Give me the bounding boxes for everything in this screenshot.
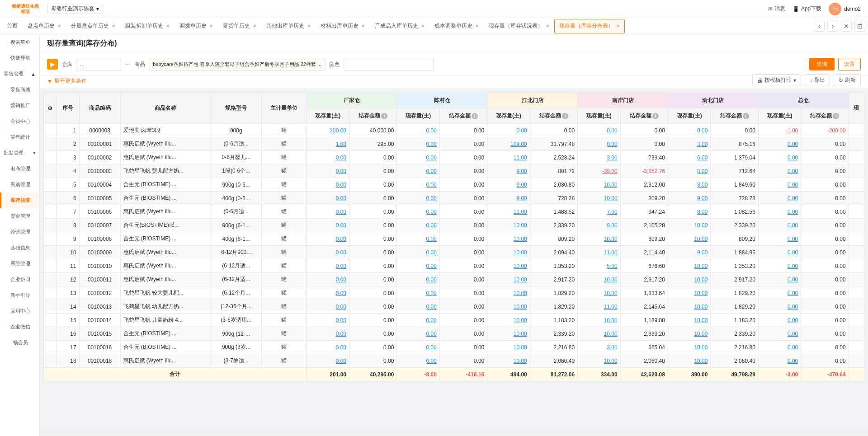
filter-toggle-btn[interactable]: ▶	[47, 59, 58, 70]
chevron-down-icon: ▾	[96, 6, 99, 12]
close-icon[interactable]: ✕	[166, 23, 170, 28]
tab-stock-distribution[interactable]: 现存量（库存分布表） ✕	[554, 19, 625, 33]
setting-btn[interactable]: 设置	[838, 58, 861, 70]
tab-material-out[interactable]: 材料出库单历史 ✕	[316, 19, 370, 33]
app-download-btn[interactable]: 📱 App下载	[793, 5, 821, 13]
page-title: 现存量查询(库存分布)	[47, 39, 861, 48]
refresh-icon: ↻	[839, 77, 843, 84]
export-btn[interactable]: ↓ 导出	[805, 74, 830, 86]
tab-next-btn[interactable]: ›	[827, 21, 838, 32]
page-header: 现存量查询(库存分布) 🖨 按模板打印 ▾ ↓ 导出 ↻ 刷新	[40, 34, 868, 53]
sidebar-item-operations[interactable]: 经营管理	[0, 224, 39, 240]
logo-text: 畅捷通好生意	[12, 4, 39, 9]
tab-transfer[interactable]: 调拨单历史 ✕	[175, 19, 218, 33]
table-container[interactable]: ⚙ 序号 商品编码 商品名称 规格型号 主计量单位 厂家仓 陈村仓 江北门店 南…	[40, 89, 868, 431]
summary-yubeimen-qty: 390.00	[668, 368, 710, 381]
tab-nav-controls: ‹ › ✕ ⊡	[813, 21, 866, 32]
print-btn[interactable]: 🖨 按模板打印 ▾	[752, 74, 801, 86]
chevron-down-icon: ▾	[793, 77, 796, 84]
top-bar: 畅捷通好生意 标版 母婴行业演示陈套 ▾ ✉ 消息 📱 App下载 Ea dem…	[0, 0, 868, 18]
sidebar-item-member[interactable]: 会员中心	[0, 113, 39, 129]
th-jiangbei-qty: 现存量(主)	[487, 108, 530, 124]
tab-other-outbound[interactable]: 其他出库单历史 ✕	[261, 19, 316, 33]
th-unit: 主计量单位	[261, 93, 307, 124]
tab-home-label: 首页	[7, 22, 18, 30]
sidebar-item-wechat-work[interactable]: 企业微信	[0, 319, 39, 335]
main-layout: 搜索英单 快捷导航 零售管理▲ 零售商城 营销推广 会员中心 零售统计 批发管理…	[0, 34, 868, 436]
sidebar-item-enterprise-collab[interactable]: 企业协同	[0, 272, 39, 287]
factory-amt-info-icon[interactable]: i	[381, 113, 387, 119]
th-factory: 厂家仓	[307, 93, 397, 108]
warehouse-input[interactable]	[76, 58, 121, 70]
sidebar-item-system[interactable]: 系统管理	[0, 256, 39, 272]
tab-product-in[interactable]: 产成品入库单历史 ✕	[370, 19, 429, 33]
goods-value[interactable]: babycare孕妇待产包 春季入院全套母子组合孕妇产后冬季月子用品 22件套 …	[149, 58, 326, 70]
tab-prev-btn[interactable]: ‹	[814, 21, 825, 32]
expand-conditions-btn[interactable]: ▼ 展开更多条件	[47, 77, 87, 85]
tab-order[interactable]: 要货单历史 ✕	[218, 19, 261, 33]
close-icon[interactable]: ✕	[253, 23, 256, 28]
color-input[interactable]	[344, 58, 434, 70]
total-amt-info-icon[interactable]: i	[833, 113, 839, 119]
horizontal-scrollbar[interactable]	[40, 431, 868, 436]
tab-inventory-count[interactable]: 盘点单历史 ✕	[23, 19, 66, 33]
tab-home[interactable]: 首页	[2, 19, 23, 33]
close-icon[interactable]: ✕	[112, 23, 115, 28]
summary-nanan-qty: 334.00	[578, 368, 620, 381]
tab-label: 组装拆卸单历史	[125, 22, 163, 30]
tab-assembly[interactable]: 组装拆卸单历史 ✕	[120, 19, 175, 33]
refresh-btn[interactable]: ↻ 刷新	[834, 74, 861, 86]
sidebar-item-ecommerce[interactable]: 电商管理	[0, 161, 39, 177]
jiangbei-amt-info-icon[interactable]: i	[562, 113, 568, 119]
close-icon[interactable]: ✕	[209, 23, 213, 28]
user-area[interactable]: Ea demo2	[829, 3, 861, 15]
sidebar-item-inventory[interactable]: 库存核算	[0, 192, 39, 208]
sidebar-item-basic-info[interactable]: 基础信息	[0, 240, 39, 256]
user-avatar: Ea	[829, 3, 841, 15]
sidebar-item-retail-stats[interactable]: 零售统计	[0, 129, 39, 145]
yubeimen-amt-info-icon[interactable]: i	[743, 113, 749, 119]
page-actions: 🖨 按模板打印 ▾ ↓ 导出 ↻ 刷新	[752, 74, 861, 86]
summary-label: 合计	[44, 368, 307, 381]
close-icon[interactable]: ✕	[546, 23, 549, 28]
sidebar-item-finance[interactable]: 资金管理	[0, 208, 39, 224]
logo-area: 畅捷通好生意 标版	[7, 4, 43, 14]
tab-fraction-count[interactable]: 分量盘点单历史 ✕	[66, 19, 120, 33]
tab-cost-adjust[interactable]: 成本调整单历史 ✕	[429, 19, 484, 33]
close-icon[interactable]: ✕	[421, 23, 425, 28]
tab-stock-status[interactable]: 现存量（库存状况表） ✕	[484, 19, 554, 33]
sidebar-item-guide[interactable]: 新手引导	[0, 287, 39, 303]
close-icon[interactable]: ✕	[475, 23, 479, 28]
close-icon[interactable]: ✕	[616, 23, 620, 28]
sidebar-item-purchase[interactable]: 采购管理	[0, 177, 39, 192]
chenma-amt-info-icon[interactable]: i	[472, 113, 478, 119]
th-code: 商品编码	[79, 93, 120, 124]
tab-label: 现存量（库存状况表）	[489, 22, 543, 30]
warehouse-label: 仓库	[61, 61, 72, 68]
sidebar: 搜索英单 快捷导航 零售管理▲ 零售商城 营销推广 会员中心 零售统计 批发管理…	[0, 34, 40, 436]
sidebar-item-quicknav[interactable]: 快捷导航	[0, 50, 39, 66]
business-selector[interactable]: 母婴行业演示陈套 ▾	[47, 4, 103, 14]
th-nanan: 南岸门店	[578, 93, 668, 108]
settings-icon[interactable]: ⚙	[47, 105, 52, 112]
tab-close-all-btn[interactable]: ✕	[841, 21, 852, 32]
sidebar-item-member-pro[interactable]: 畅会员	[0, 335, 39, 351]
close-icon[interactable]: ✕	[57, 23, 61, 28]
sidebar-item-wholesale[interactable]: 批发管理▾	[0, 145, 39, 161]
message-btn[interactable]: ✉ 消息	[768, 5, 785, 13]
nanan-amt-info-icon[interactable]: i	[652, 113, 659, 119]
sidebar-item-marketing[interactable]: 营销推广	[0, 98, 39, 113]
tab-expand-btn[interactable]: ⊡	[854, 21, 865, 32]
sidebar-item-app-center[interactable]: 应用中心	[0, 303, 39, 319]
tab-bar: 首页 盘点单历史 ✕ 分量盘点单历史 ✕ 组装拆卸单历史 ✕ 调拨单历史 ✕ 要…	[0, 18, 868, 34]
th-chenma-amt: 结存金额i	[439, 108, 487, 124]
close-icon[interactable]: ✕	[307, 23, 311, 28]
search-btn[interactable]: 查询	[809, 58, 835, 70]
sidebar-item-search[interactable]: 搜索英单	[0, 34, 39, 50]
sidebar-item-retail-mgmt[interactable]: 零售管理▲	[0, 66, 39, 82]
sidebar-item-retail-shop[interactable]: 零售商城	[0, 82, 39, 98]
th-setting[interactable]: ⚙	[44, 93, 57, 124]
summary-yubeimen-amt: 49,798.29	[711, 368, 758, 381]
goods-label: 商品	[134, 61, 145, 68]
close-icon[interactable]: ✕	[361, 23, 365, 28]
